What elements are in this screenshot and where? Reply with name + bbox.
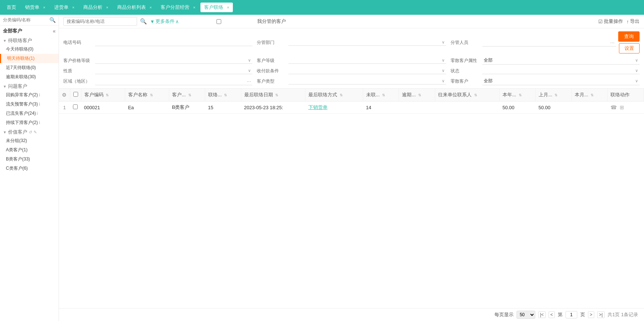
region-more-dots[interactable]: ··· xyxy=(247,78,251,84)
sidebar-search-icon[interactable]: 🔍 xyxy=(49,17,56,23)
adv-filter-region: 区域（地区） ··· xyxy=(63,77,252,85)
sidebar-search-input[interactable] xyxy=(3,17,48,23)
filter-search-icon[interactable]: 🔍 xyxy=(140,18,147,25)
sort-last-method[interactable]: ⇅ xyxy=(340,93,343,97)
triangle-icon-2: ▼ xyxy=(3,84,7,89)
adv-filter-person: 分管人员 ··· 查询 设置 xyxy=(451,31,640,54)
adv-filter-cust-price: 客户价格等级 ∨ xyxy=(63,56,252,65)
nav-product-analysis[interactable]: 商品分析 × xyxy=(80,3,112,12)
page-input[interactable] xyxy=(566,311,577,318)
nav-product-analysis-list[interactable]: 商品分析列表 × xyxy=(113,3,155,12)
sidebar-item-class-c[interactable]: C类客户(6) xyxy=(0,164,59,173)
close-customer-contact[interactable]: × xyxy=(227,5,229,10)
dept-select[interactable]: ∨ xyxy=(288,39,446,46)
nav-purchase-order[interactable]: 进货单 × xyxy=(50,3,78,12)
value-customers-group-label: ▼ 价值客户 ↺ ✎ xyxy=(0,127,59,136)
nav-customer-contact[interactable]: 客户联络 × xyxy=(200,3,233,12)
retail-cust-select[interactable]: 全部 ∨ xyxy=(482,77,640,85)
sidebar-item-today-contact[interactable]: 今天待联络(0) xyxy=(0,45,59,54)
sort-last-date[interactable]: ⇅ xyxy=(275,93,278,97)
phone-input[interactable] xyxy=(95,39,252,46)
value-refresh-icon[interactable]: ↺ xyxy=(29,130,32,135)
close-product-analysis[interactable]: × xyxy=(106,5,108,10)
sidebar-search-area: 🔍 xyxy=(0,15,59,25)
row-checkbox[interactable] xyxy=(73,104,78,109)
sort-this-year[interactable]: ⇅ xyxy=(519,93,522,97)
next-page-btn[interactable]: > xyxy=(588,311,594,318)
sort-code[interactable]: ⇅ xyxy=(106,93,109,97)
my-customers-checkbox[interactable] xyxy=(182,19,256,24)
last-page-btn[interactable]: >| xyxy=(597,311,605,318)
cust-level-select[interactable]: ∨ xyxy=(288,57,446,64)
search-input[interactable] xyxy=(63,17,137,26)
close-sales-order[interactable]: × xyxy=(43,5,45,10)
sort-cust-type[interactable]: ⇅ xyxy=(188,93,191,97)
cust-price-select[interactable]: ∨ xyxy=(95,57,252,64)
sidebar-item-lost-customers[interactable]: 已流失客户(24) ℹ xyxy=(0,109,59,118)
col-gear[interactable]: ⚙ xyxy=(59,89,70,101)
batch-op-btn[interactable]: ☑ 批量操作 xyxy=(598,18,623,25)
col-last-method: 最后联络方式 ⇅ xyxy=(305,89,363,101)
status-label: 状态 xyxy=(451,68,480,74)
person-select[interactable]: ··· xyxy=(482,39,616,46)
sidebar-item-ungrouped[interactable]: 未分组(32) xyxy=(0,136,59,145)
close-customer-tier[interactable]: × xyxy=(193,5,195,10)
retail-attr-select[interactable]: 全部 ∨ xyxy=(482,56,640,65)
filter-icon: ▼ xyxy=(150,19,155,24)
sort-overdue[interactable]: ⇅ xyxy=(418,93,421,97)
nature-select[interactable]: ∨ xyxy=(95,68,252,74)
my-customers-filter[interactable]: 我分管的客户 xyxy=(182,18,286,25)
page-suffix: 页 xyxy=(580,311,585,318)
sidebar-item-class-a[interactable]: A类客户(1) xyxy=(0,145,59,155)
sort-uncontacted[interactable]: ⇅ xyxy=(382,93,385,97)
query-btn[interactable]: 查询 xyxy=(618,31,640,42)
nav-sales-order[interactable]: 销货单 × xyxy=(21,3,49,12)
export-btn[interactable]: ↑ 导出 xyxy=(627,18,640,25)
sidebar-item-overdue-contact[interactable]: 逾期未联络(30) xyxy=(0,72,59,82)
sort-name[interactable]: ⇅ xyxy=(150,93,153,97)
cust-type-select[interactable]: ∨ xyxy=(288,78,446,84)
sidebar-collapse-btn[interactable]: « xyxy=(53,28,56,34)
col-checkbox[interactable] xyxy=(70,89,81,101)
call-action-icon[interactable]: ☎ xyxy=(610,104,617,110)
payment-select[interactable]: ∨ xyxy=(288,68,446,74)
sidebar-item-churn-warning[interactable]: 流失预警客户(3) ℹ xyxy=(0,100,59,109)
first-page-btn[interactable]: |< xyxy=(538,311,546,318)
per-page-select[interactable]: 50 100 200 xyxy=(517,311,535,319)
col-this-year: 本年... ⇅ xyxy=(500,89,536,101)
sidebar-item-declining-customers[interactable]: 持续下滑客户(2) ℹ xyxy=(0,118,59,127)
row-checkbox-cell[interactable] xyxy=(70,101,81,114)
gear-icon[interactable]: ⚙ xyxy=(62,92,67,98)
row-name: Ea xyxy=(125,101,169,114)
col-last-month: 上月... ⇅ xyxy=(535,89,571,101)
sidebar-item-class-b[interactable]: B类客户(33) xyxy=(0,155,59,164)
region-select[interactable]: ··· xyxy=(95,77,252,85)
sidebar-item-tomorrow-contact[interactable]: 明天待联络(1) xyxy=(0,54,59,63)
more-conditions-btn[interactable]: ▼ 更多条件 ∧ xyxy=(150,18,179,25)
status-select[interactable]: ∨ xyxy=(482,68,640,74)
sort-company-contact[interactable]: ⇅ xyxy=(474,93,477,97)
row-last-method[interactable]: 下销货单 xyxy=(305,101,363,114)
region-label: 区域（地区） xyxy=(63,78,93,84)
cust-level-label: 客户等级 xyxy=(257,58,286,64)
sort-this-month[interactable]: ⇅ xyxy=(591,93,594,97)
close-product-analysis-list[interactable]: × xyxy=(150,5,152,10)
grid-action-icon[interactable]: ⊞ xyxy=(620,104,624,110)
row-last-date: 2023-05-23 18:25: xyxy=(241,101,305,114)
nav-customer-tier[interactable]: 客户分层经营 × xyxy=(157,3,199,12)
sort-last-month[interactable]: ⇅ xyxy=(554,93,557,97)
per-page-label: 每页显示 xyxy=(494,311,514,318)
sidebar-item-abnormal-repurchase[interactable]: 回购异常客户(2) ℹ xyxy=(0,90,59,100)
person-more-dots[interactable]: ··· xyxy=(610,39,615,45)
prev-page-btn[interactable]: < xyxy=(549,311,555,318)
select-all-checkbox[interactable] xyxy=(73,92,78,97)
sort-contact-count[interactable]: ⇅ xyxy=(224,93,227,97)
settings-btn[interactable]: 设置 xyxy=(619,43,640,54)
last-method-link[interactable]: 下销货单 xyxy=(308,104,328,110)
sidebar-item-7days-contact[interactable]: 近7天待联络(0) xyxy=(0,63,59,72)
close-purchase-order[interactable]: × xyxy=(72,5,74,10)
value-edit-icon[interactable]: ✎ xyxy=(34,130,37,135)
nav-home[interactable]: 首页 xyxy=(3,3,20,12)
col-company-contact: 往来单位联系人 ⇅ xyxy=(435,89,500,101)
retail-attr-value: 全部 xyxy=(484,57,493,63)
